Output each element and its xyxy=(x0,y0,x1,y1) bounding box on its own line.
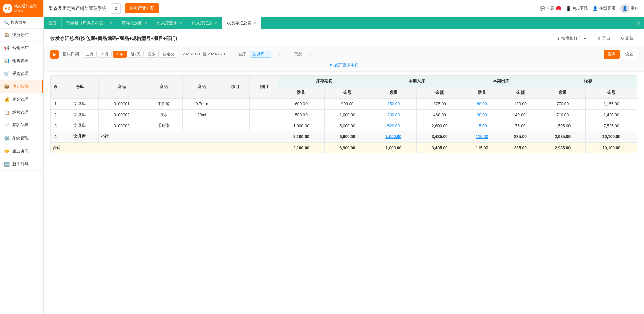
cell-project xyxy=(221,120,250,131)
experience-btn[interactable]: 体验行业方案 xyxy=(125,3,159,13)
warehouse-tag: 文具库 ✕ xyxy=(250,51,271,58)
topbar-settings-btn[interactable]: ⚙ xyxy=(111,3,121,14)
message-btn[interactable]: 💬 消息 6 xyxy=(540,5,561,11)
date-btn-last-month[interactable]: 上月 xyxy=(83,51,97,58)
tab-in-out-summary[interactable]: 出入库汇总 ✕ xyxy=(187,17,222,29)
home-icon: 🏠 xyxy=(4,32,10,37)
content-area: 收发存汇总表(按仓库+商品编码+商品+规格型号+项目+部门) 🖨 按模板打印 ▼… xyxy=(44,29,644,314)
tab-home[interactable]: 首页 xyxy=(44,17,62,29)
th-bal-qty: 数量 xyxy=(540,87,586,99)
export-btn[interactable]: ⬆ 导出 xyxy=(594,34,614,43)
data-table: ⚙ 仓库 商品 商品 商品 项目 部门 库存期初 本期入库 本期出库 结存 数量 xyxy=(50,75,637,153)
cell-no: 3 xyxy=(51,120,61,131)
date-filter-label: 记账日期 xyxy=(63,51,79,57)
subtotal-no: 4 xyxy=(51,131,61,143)
close-all-tabs-btn[interactable]: ✕ xyxy=(633,17,644,29)
cell-name: 中性笔 xyxy=(145,99,182,110)
expand-conditions-btn[interactable]: ▼ 展开更多条件 xyxy=(329,62,359,68)
subtotal-bal-qty: 2,985.00 xyxy=(540,131,586,143)
sidebar-item-system[interactable]: ⚙️ 系统管理 xyxy=(0,132,43,145)
cell-out-qty[interactable]: 20.00 xyxy=(463,110,501,120)
cell-dept xyxy=(250,110,278,120)
cell-out-qty[interactable]: 15.00 xyxy=(463,120,501,131)
refresh-btn[interactable]: ↻ 刷新 xyxy=(617,34,637,43)
tab-inventory-dist-label: 现存量（库存分布表） xyxy=(66,20,107,26)
cell-code: 0100003 xyxy=(99,120,145,131)
cell-spec: 0.7mm xyxy=(183,99,221,110)
cell-dept xyxy=(250,120,278,131)
filter-row-1: ▶ 记账日期 上月 本月 本年 近7天 更多 自定义 2023-01-01 至 … xyxy=(50,50,637,59)
cell-bal-amt: 1,155.00 xyxy=(586,99,637,110)
th-open-qty: 数量 xyxy=(278,87,325,99)
tab-receipt-summary-close[interactable]: ✕ xyxy=(253,21,256,25)
tab-in-out-flow[interactable]: 出入库流水 ✕ xyxy=(152,17,187,29)
online-service-label: 在线客服 xyxy=(599,5,615,11)
sidebar-item-finance[interactable]: 💰 资金管理 xyxy=(0,93,43,106)
phone-icon: 📱 xyxy=(566,6,571,11)
cell-in-amt: 375.00 xyxy=(417,99,463,110)
query-btn[interactable]: 查询 xyxy=(604,50,620,59)
date-btn-this-year[interactable]: 本年 xyxy=(113,51,127,58)
sidebar-item-inventory[interactable]: 📦 库存核算 xyxy=(0,80,43,93)
subtotal-in-amt: 3,435.00 xyxy=(417,131,463,143)
goods-label: 商品 xyxy=(294,51,302,57)
tab-in-out-summary-close[interactable]: ✕ xyxy=(214,21,217,25)
basicinfo-icon: 📄 xyxy=(4,123,10,128)
warehouse-tag-close[interactable]: ✕ xyxy=(266,52,269,56)
online-service-btn[interactable]: 👤 在线客服 xyxy=(593,5,615,11)
sales-icon: 📊 xyxy=(4,58,10,63)
date-btn-more[interactable]: 更多 xyxy=(145,51,159,58)
warehouse-more-btn[interactable]: ··· xyxy=(276,52,284,57)
sidebar-item-quick-nav[interactable]: 🏠 快捷导航 xyxy=(0,29,43,42)
settings-filter-btn[interactable]: 设置 xyxy=(622,50,637,59)
th-in-qty: 数量 xyxy=(370,87,417,99)
th-project: 项目 xyxy=(221,76,250,99)
sidebar-item-operations[interactable]: 📋 经营管理 xyxy=(0,106,43,119)
subtotal-out-qty[interactable]: 115.00 xyxy=(463,131,501,143)
filter-toggle-btn[interactable]: ▶ xyxy=(50,50,59,59)
cell-bal-qty: 710.00 xyxy=(540,110,586,120)
sidebar-item-guide[interactable]: 🆕 新手引导 xyxy=(0,158,43,171)
print-btn[interactable]: 🖨 按模板打印 ▼ xyxy=(552,34,591,43)
goods-more-btn[interactable]: ··· xyxy=(307,52,315,57)
cell-in-qty[interactable]: 520.00 xyxy=(370,120,417,131)
page-header: 收发存汇总表(按仓库+商品编码+商品+规格型号+项目+部门) 🖨 按模板打印 ▼… xyxy=(44,29,644,46)
tab-inventory-dist[interactable]: 现存量（库存分布表） ✕ xyxy=(62,17,117,29)
cell-in-qty[interactable]: 250.00 xyxy=(370,99,417,110)
tab-receipt-summary[interactable]: 收发存汇总表 ✕ xyxy=(222,17,261,29)
sidebar-item-basic-info[interactable]: 📄 基础信息 xyxy=(0,119,43,132)
tab-inventory-dist-close[interactable]: ✕ xyxy=(109,21,112,25)
marketing-icon: 📢 xyxy=(4,45,10,50)
date-btn-7days[interactable]: 近7天 xyxy=(128,51,144,58)
cell-in-qty[interactable]: 230.00 xyxy=(370,110,417,120)
cell-open-amt: 1,000.00 xyxy=(324,110,370,120)
tab-in-out-flow-close[interactable]: ✕ xyxy=(179,21,182,25)
total-in-amt: 3,435.00 xyxy=(417,142,463,153)
tab-batch-ledger-close[interactable]: ✕ xyxy=(144,21,147,25)
table-row: 1 文具库 0100001 中性笔 0.7mm 600.00 900.00 25… xyxy=(51,99,637,110)
export-icon: ⬆ xyxy=(597,36,601,41)
date-btn-custom[interactable]: 自定义 xyxy=(160,51,177,58)
subtotal-in-qty[interactable]: 1,000.00 xyxy=(370,131,417,143)
sidebar-item-enterprise[interactable]: 🤝 企业协同 xyxy=(0,145,43,158)
filter-area: ▶ 记账日期 上月 本月 本年 近7天 更多 自定义 2023-01-01 至 … xyxy=(44,46,644,72)
user-btn[interactable]: 👤 用户 xyxy=(620,4,639,13)
app-download-btn[interactable]: 📱 App下载 xyxy=(566,5,588,11)
th-settings[interactable]: ⚙ xyxy=(51,76,61,99)
sidebar-item-sales[interactable]: 📊 销售管理 xyxy=(0,54,43,67)
date-btn-this-month[interactable]: 本月 xyxy=(98,51,112,58)
main-area: 装备及固定资产辅助管理系统 ⚙ 体验行业方案 💬 消息 6 📱 App下载 👤 … xyxy=(44,0,644,314)
sidebar-item-purchase[interactable]: 🛒 采购管理 xyxy=(0,67,43,80)
topbar-system-title: 装备及固定资产辅助管理系统 xyxy=(49,5,106,12)
topbar: 装备及固定资产辅助管理系统 ⚙ 体验行业方案 💬 消息 6 📱 App下载 👤 … xyxy=(44,0,644,17)
th-spec: 商品 xyxy=(183,76,221,99)
inventory-icon: 📦 xyxy=(4,84,10,89)
cell-out-qty[interactable]: 80.00 xyxy=(463,99,501,110)
th-group-bal: 结存 xyxy=(540,76,637,87)
cell-out-amt: 75.00 xyxy=(501,120,540,131)
cell-out-amt: 120.00 xyxy=(501,99,540,110)
sidebar-search[interactable]: 🔍 搜索菜单 xyxy=(0,17,43,29)
sidebar-item-marketing[interactable]: 📢 营销推广 xyxy=(0,42,43,54)
tab-batch-ledger[interactable]: 库存批次账 ✕ xyxy=(117,17,152,29)
total-bal-qty: 2,985.00 xyxy=(540,142,586,153)
